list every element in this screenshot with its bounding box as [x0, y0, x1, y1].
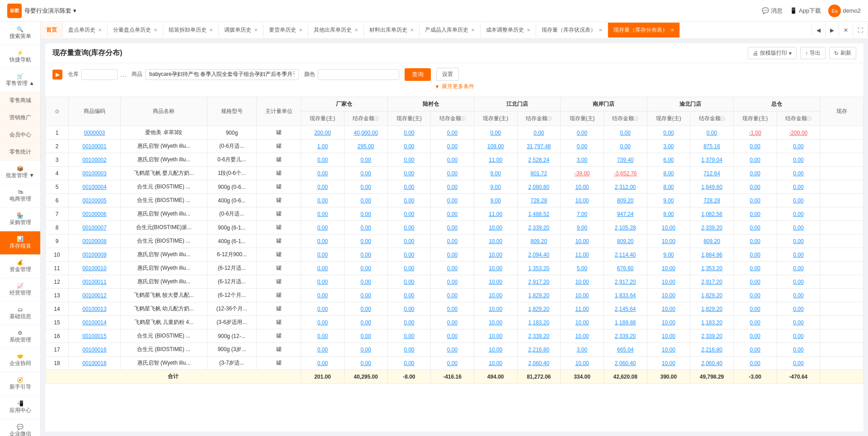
code-link[interactable]: 00100007 — [82, 225, 106, 231]
tab-close-11[interactable]: ✕ — [670, 28, 674, 33]
code-link[interactable]: 00100010 — [82, 265, 106, 272]
num-link[interactable]: 1,353.20 — [528, 265, 549, 272]
num-link[interactable]: 1,829.20 — [701, 306, 722, 312]
num-link[interactable]: 0.00 — [317, 170, 328, 177]
code-link[interactable]: 00100016 — [82, 347, 106, 353]
num-link[interactable]: 10.00 — [576, 292, 589, 299]
num-link[interactable]: 0.00 — [360, 170, 371, 177]
num-link[interactable]: 1,379.04 — [701, 157, 722, 163]
num-link[interactable]: 0.00 — [360, 252, 371, 258]
num-link[interactable]: 9.00 — [491, 184, 501, 190]
num-link[interactable]: 1,829.20 — [701, 292, 722, 299]
num-link[interactable]: 676.60 — [617, 265, 634, 272]
num-link[interactable]: 0.00 — [447, 279, 458, 285]
tab-assemble-history[interactable]: 组装拆卸单历史✕ — [163, 23, 219, 38]
code-link[interactable]: 00100011 — [82, 279, 106, 285]
num-link[interactable]: 0.00 — [404, 360, 414, 366]
num-link[interactable]: 0.00 — [317, 157, 328, 163]
num-link[interactable]: 0.00 — [750, 306, 760, 312]
num-link[interactable]: 10.00 — [662, 279, 675, 285]
num-link[interactable]: 10.00 — [489, 306, 502, 312]
num-link[interactable]: 10.00 — [662, 292, 675, 299]
num-link[interactable]: 875.16 — [703, 143, 720, 150]
tab-close-9[interactable]: ✕ — [527, 28, 530, 33]
num-link[interactable]: 0.00 — [793, 143, 803, 150]
num-link[interactable]: 1,183.20 — [701, 319, 722, 326]
num-link[interactable]: 10.00 — [576, 197, 589, 204]
num-link[interactable]: 10.00 — [576, 279, 589, 285]
num-link[interactable]: 0.00 — [447, 265, 458, 272]
num-link[interactable]: 0.00 — [360, 347, 371, 353]
num-link[interactable]: -200.00 — [789, 130, 808, 136]
code-link[interactable]: 00100002 — [82, 157, 106, 163]
num-link[interactable]: 801.72 — [531, 170, 547, 177]
export-btn[interactable]: ↑ 导出 — [800, 47, 826, 59]
num-link[interactable]: 1,829.20 — [528, 306, 549, 312]
num-link[interactable]: 0.00 — [793, 306, 803, 312]
num-link[interactable]: 10.00 — [489, 238, 502, 244]
info-icon-3[interactable]: ⓘ — [547, 116, 552, 121]
sidebar-item-marketing[interactable]: 营销推广 — [0, 109, 40, 127]
num-link[interactable]: 0.00 — [750, 292, 760, 299]
num-link[interactable]: 0.00 — [447, 211, 458, 217]
num-link[interactable]: 0.00 — [793, 170, 803, 177]
num-link[interactable]: 0.00 — [447, 360, 458, 366]
num-link[interactable]: 2,105.28 — [615, 225, 636, 231]
num-link[interactable]: 2,060.40 — [615, 360, 636, 366]
num-link[interactable]: 0.00 — [360, 157, 371, 163]
num-link[interactable]: 0.00 — [577, 130, 587, 136]
num-link[interactable]: 0.00 — [317, 360, 328, 366]
warehouse-dots-btn[interactable]: ... — [120, 70, 126, 79]
num-link[interactable]: 0.00 — [793, 252, 803, 258]
tab-portion-history[interactable]: 分量盘点单历史✕ — [108, 23, 163, 38]
sidebar-item-operation[interactable]: 📈经营管理 — [0, 278, 40, 302]
num-link[interactable]: 0.00 — [793, 225, 803, 231]
num-link[interactable]: 0.00 — [317, 211, 328, 217]
num-link[interactable]: 9.00 — [663, 197, 674, 204]
num-link[interactable]: 0.00 — [447, 347, 458, 353]
num-link[interactable]: 3.00 — [663, 143, 674, 150]
num-link[interactable]: 0.00 — [447, 319, 458, 326]
num-link[interactable]: 0.00 — [317, 184, 328, 190]
num-link[interactable]: 0.00 — [750, 238, 760, 244]
tab-outbound-history[interactable]: 其他出库单历史✕ — [308, 23, 364, 38]
num-link[interactable]: 0.00 — [793, 157, 803, 163]
tab-close-3[interactable]: ✕ — [209, 28, 213, 33]
tab-close-all-btn[interactable]: ✕ — [839, 23, 853, 37]
num-link[interactable]: 10.00 — [489, 252, 502, 258]
num-link[interactable]: 11.00 — [576, 306, 589, 312]
num-link[interactable]: 10.00 — [489, 279, 502, 285]
num-link[interactable]: 0.00 — [447, 143, 458, 150]
num-link[interactable]: 0.00 — [750, 319, 760, 326]
tab-cost-history[interactable]: 成本调整单历史✕ — [481, 23, 536, 38]
num-link[interactable]: 2,145.64 — [615, 306, 636, 312]
num-link[interactable]: 10.00 — [662, 238, 675, 244]
tab-close-1[interactable]: ✕ — [98, 28, 102, 33]
num-link[interactable]: 0.00 — [447, 225, 458, 231]
num-link[interactable]: 2,917.20 — [528, 279, 549, 285]
num-link[interactable]: 0.00 — [360, 184, 371, 190]
num-link[interactable]: 295.00 — [358, 143, 374, 150]
num-link[interactable]: 0.00 — [750, 211, 760, 217]
code-link[interactable]: 00100013 — [82, 306, 106, 312]
num-link[interactable]: 1,488.52 — [528, 211, 549, 217]
num-link[interactable]: 10.00 — [576, 360, 589, 366]
num-link[interactable]: 0.00 — [360, 211, 371, 217]
num-link[interactable]: 0.00 — [750, 265, 760, 272]
code-link[interactable]: 00100015 — [82, 333, 106, 339]
num-link[interactable]: 2,060.40 — [701, 360, 722, 366]
num-link[interactable]: 0.00 — [447, 306, 458, 312]
num-link[interactable]: 0.00 — [404, 319, 414, 326]
num-link[interactable]: 2,339.20 — [528, 225, 549, 231]
app-download-btn[interactable]: 📱 App下载 — [790, 7, 821, 15]
num-link[interactable]: 6.00 — [663, 157, 674, 163]
sidebar-item-nav[interactable]: ⚡快捷导航 — [0, 45, 40, 69]
num-link[interactable]: 0.00 — [404, 130, 414, 136]
code-link[interactable]: 00100012 — [82, 292, 106, 299]
sidebar-item-ecommerce[interactable]: 🛍电商管理 — [0, 184, 40, 208]
table-container[interactable]: ⚙ 商品编码 商品名称 规格型号 主计量单位 厂家仓 陆村仓 江北门店 南岸门店… — [45, 97, 863, 431]
num-link[interactable]: 0.00 — [793, 238, 803, 244]
num-link[interactable]: -39.00 — [575, 170, 590, 177]
num-link[interactable]: 10.00 — [662, 333, 675, 339]
num-link[interactable]: 0.00 — [404, 347, 414, 353]
